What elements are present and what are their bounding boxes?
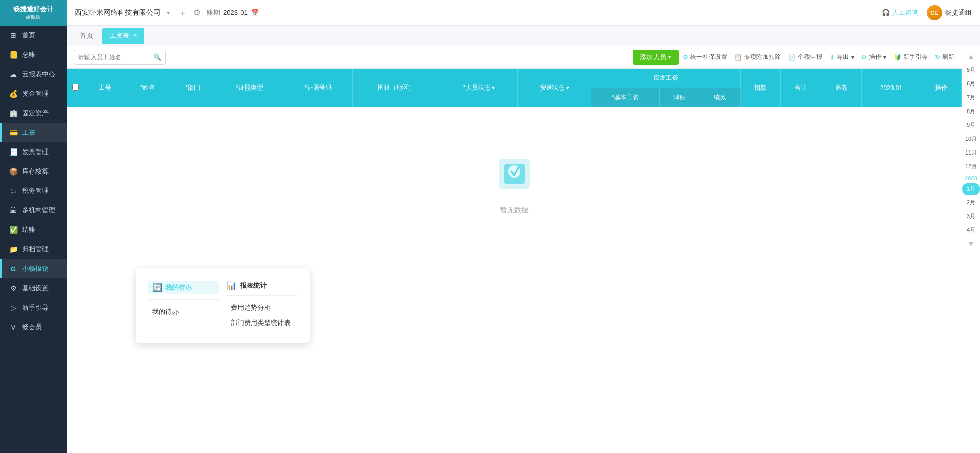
tab-home[interactable]: 首页 bbox=[73, 28, 100, 44]
month-5[interactable]: 5月 bbox=[962, 63, 980, 76]
month-3[interactable]: 3月 bbox=[962, 210, 980, 223]
sidebar-item-label: 资金管理 bbox=[22, 89, 49, 98]
th-allowance: 津贴 bbox=[660, 88, 700, 107]
popup-todo-title-text: 我的待办 bbox=[165, 283, 192, 292]
month-6[interactable]: 6月 bbox=[962, 77, 980, 90]
export-btn[interactable]: ⬇ 导出 ▾ bbox=[830, 53, 854, 61]
sidebar-item-label: 基础设置 bbox=[22, 284, 49, 293]
popup-item-dept-cost[interactable]: 部门费用类型统计表 bbox=[227, 315, 297, 331]
topbar-settings-icon[interactable]: ⚙ bbox=[193, 8, 201, 17]
month-9[interactable]: 9月 bbox=[962, 119, 980, 132]
operation-label: 操作 bbox=[869, 53, 881, 61]
search-icon[interactable]: 🔍 bbox=[153, 53, 161, 61]
sidebar-item-label: 固定资产 bbox=[22, 109, 49, 118]
add-person-button[interactable]: 添加人员 ▾ bbox=[633, 50, 679, 65]
th-operation: 操作 bbox=[921, 69, 962, 107]
personal-tax-btn[interactable]: 📄 个税申报 bbox=[788, 53, 822, 61]
month-1[interactable]: 1月 bbox=[962, 183, 980, 195]
tab-salary-table[interactable]: 工资表 ✕ bbox=[102, 28, 144, 44]
search-input[interactable] bbox=[78, 54, 150, 61]
panel-down-nav[interactable]: ▼ bbox=[966, 238, 977, 250]
sidebar-item-label: 云报表中心 bbox=[22, 70, 55, 79]
panel-up-nav[interactable]: ▲ bbox=[966, 50, 977, 62]
empty-illustration bbox=[489, 148, 540, 200]
month-4[interactable]: 4月 bbox=[962, 224, 980, 236]
tax-icon: 🗂 bbox=[9, 187, 18, 195]
sidebar-item-home[interactable]: ⊞ 首页 bbox=[0, 26, 67, 45]
basic-icon: ⚙ bbox=[9, 284, 18, 292]
select-all-checkbox[interactable] bbox=[72, 84, 79, 91]
social-security-btn[interactable]: ⚙ 统一社保设置 bbox=[683, 53, 727, 61]
archive-icon: 📁 bbox=[9, 245, 18, 253]
guide-icon: ▷ bbox=[9, 304, 18, 312]
sidebar-item-member[interactable]: V 畅会员 bbox=[0, 317, 67, 337]
popup-todo-title[interactable]: 🔄 我的待办 bbox=[148, 281, 219, 294]
username: 畅捷通组 bbox=[945, 8, 972, 17]
sidebar-item-cloud[interactable]: ☁ 云报表中心 bbox=[0, 64, 67, 84]
main-content: 🔍 添加人员 ▾ ⚙ 统一社保设置 📋 专项附加扣除 bbox=[67, 46, 962, 453]
popup-item-my-todo[interactable]: 我的待办 bbox=[148, 304, 219, 319]
sidebar-logo: 畅捷通好会计 旗舰版 bbox=[0, 0, 67, 26]
guide-btn-icon: 🔰 bbox=[894, 54, 901, 61]
sidebar-item-xiaochang[interactable]: G 小畅报销 bbox=[0, 259, 67, 278]
sidebar-item-label: 结账 bbox=[22, 225, 35, 234]
member-icon: V bbox=[9, 323, 18, 331]
sidebar-item-label: 总账 bbox=[22, 50, 35, 59]
add-btn-dropdown-icon: ▾ bbox=[668, 54, 671, 60]
month-12[interactable]: 12月 bbox=[962, 160, 980, 173]
support-button[interactable]: 🎧 人工咨询 bbox=[882, 8, 919, 17]
sidebar-item-assets[interactable]: 🏢 固定资产 bbox=[0, 103, 67, 123]
sidebar-item-ledger[interactable]: 📒 总账 bbox=[0, 45, 67, 64]
sidebar-item-basic[interactable]: ⚙ 基础设置 bbox=[0, 278, 67, 298]
th-pension: 养老 bbox=[821, 69, 861, 107]
right-panel: ▲ 5月 6月 7月 8月 9月 10月 11月 12月 2023 1月 2月 … bbox=[962, 46, 980, 453]
th-personnel-status: *人员状态 ▾ bbox=[440, 69, 518, 107]
empty-text: 暂无数据 bbox=[500, 206, 529, 215]
sidebar-item-inventory[interactable]: 📦 库存核算 bbox=[0, 162, 67, 181]
th-cert-type: *证照类型 bbox=[215, 69, 284, 107]
th-report-status: 报送状态 ▾ bbox=[518, 69, 591, 107]
special-deduct-icon: 📋 bbox=[734, 54, 742, 61]
social-security-icon: ⚙ bbox=[683, 54, 688, 61]
sidebar-item-closing[interactable]: ✅ 结账 bbox=[0, 220, 67, 240]
month-11[interactable]: 11月 bbox=[962, 146, 980, 159]
th-period-label: 2023.01 bbox=[861, 69, 921, 107]
sidebar-item-label: 首页 bbox=[22, 31, 35, 40]
tab-close-icon[interactable]: ✕ bbox=[133, 32, 137, 39]
logo-title: 畅捷通好会计 bbox=[13, 5, 53, 14]
month-8[interactable]: 8月 bbox=[962, 105, 980, 118]
sidebar-item-label: 发票管理 bbox=[22, 147, 49, 157]
company-dropdown-arrow[interactable]: ▾ bbox=[167, 9, 170, 16]
logo-sub: 旗舰版 bbox=[26, 14, 41, 21]
checkbox-header[interactable] bbox=[67, 69, 85, 107]
month-7[interactable]: 7月 bbox=[962, 91, 980, 104]
empty-state: 暂无数据 bbox=[67, 107, 962, 256]
sidebar-item-multi[interactable]: 🏛 多机构管理 bbox=[0, 201, 67, 220]
sidebar-item-label: 工资 bbox=[22, 128, 35, 137]
content-area: 🔍 添加人员 ▾ ⚙ 统一社保设置 📋 专项附加扣除 bbox=[67, 46, 980, 453]
popup-item-cost-trend[interactable]: 费用趋势分析 bbox=[227, 300, 297, 315]
sidebar-item-salary[interactable]: 💳 工资 bbox=[0, 123, 67, 142]
topbar-add-button[interactable]: ＋ bbox=[178, 7, 187, 19]
sidebar-item-label: 畅会员 bbox=[22, 322, 42, 332]
sidebar-item-guide[interactable]: ▷ 新手引导 bbox=[0, 298, 67, 317]
sidebar-item-invoice[interactable]: 🧾 发票管理 bbox=[0, 142, 67, 162]
user-menu[interactable]: CE 畅捷通组 bbox=[927, 5, 972, 20]
sidebar-item-archive[interactable]: 📁 归档管理 bbox=[0, 240, 67, 259]
calendar-icon[interactable]: 📅 bbox=[251, 9, 259, 16]
operation-btn[interactable]: ⚙ 操作 ▾ bbox=[861, 53, 886, 61]
closing-icon: ✅ bbox=[9, 226, 18, 234]
multi-icon: 🏛 bbox=[9, 206, 18, 214]
refresh-btn[interactable]: ↻ 刷新 bbox=[935, 53, 954, 61]
sidebar-item-tax[interactable]: 🗂 税务管理 bbox=[0, 181, 67, 201]
popup-report-title[interactable]: 📊 报表统计 bbox=[227, 281, 297, 290]
sidebar-item-funds[interactable]: 💰 资金管理 bbox=[0, 84, 67, 103]
special-deduct-btn[interactable]: 📋 专项附加扣除 bbox=[734, 53, 781, 61]
toolbar: 🔍 添加人员 ▾ ⚙ 统一社保设置 📋 专项附加扣除 bbox=[67, 46, 962, 69]
guide-btn[interactable]: 🔰 新手引导 bbox=[894, 53, 928, 61]
main-area: 西安虾米网络科技有限公司 ▾ ＋ ⚙ 账期 2023-01 📅 🎧 人工咨询 C… bbox=[67, 0, 980, 453]
month-2[interactable]: 2月 bbox=[962, 196, 980, 209]
th-employee-id: 工号 bbox=[85, 69, 125, 107]
month-10[interactable]: 10月 bbox=[962, 133, 980, 145]
xiaochang-icon: G bbox=[9, 265, 18, 273]
